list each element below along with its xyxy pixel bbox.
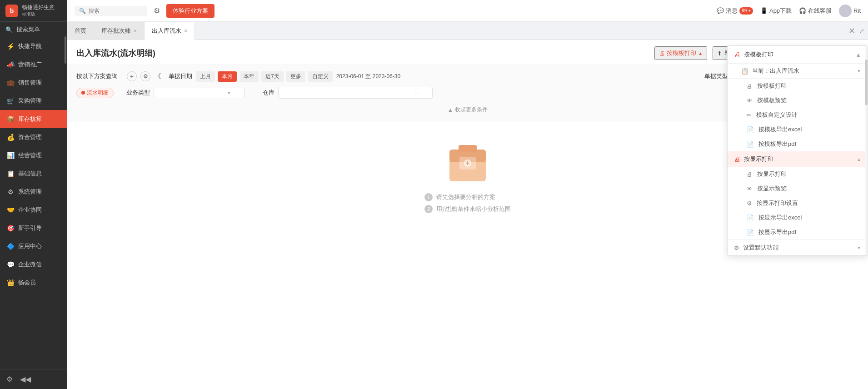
trial-button[interactable]: 体验行业方案: [166, 4, 215, 18]
dp-item-export-pdf-template[interactable]: 📄 按模板导出pdf: [728, 137, 868, 151]
chevron-up-icon: ▲: [448, 107, 453, 113]
sidebar-item-finance[interactable]: 💰 资金管理: [0, 128, 67, 146]
sidebar-item-label: 新手引导: [18, 224, 42, 232]
warehouse-more: ···: [415, 90, 419, 96]
business-type-label: 业务类型: [126, 89, 150, 97]
filter-label: 按以下方案查询: [76, 72, 118, 80]
tab-flow[interactable]: 出入库流水 ×: [145, 22, 195, 40]
date-btn-custom[interactable]: 自定义: [308, 71, 333, 82]
message-item[interactable]: 💬 消息 99 +: [717, 7, 753, 15]
sidebar-item-marketing[interactable]: 📣 营销推广: [0, 55, 67, 74]
filter-setting-button[interactable]: ⚙: [140, 71, 150, 81]
date-group: 上月 本月 本年 近7天 更多 自定义: [196, 71, 333, 82]
tab-batch-close[interactable]: ×: [134, 28, 137, 34]
page-title: 出入库流水(流水明细): [76, 48, 155, 59]
tab-flow-label: 出入库流水: [152, 27, 181, 35]
quick-nav-icon: ⚡: [6, 43, 15, 50]
printer-icon: 🖨: [747, 83, 753, 90]
user-name: Rit: [853, 7, 861, 14]
sidebar-item-operation[interactable]: 📊 经营管理: [0, 146, 67, 165]
warehouse-select[interactable]: ···: [278, 87, 433, 99]
dp-item-preview-display[interactable]: 👁 按显示预览: [728, 181, 868, 196]
sidebar-logo: b 畅捷通好生意 标准版: [0, 0, 67, 22]
date-btn-more[interactable]: 更多: [286, 71, 305, 82]
user-avatar: [839, 5, 852, 17]
sidebar-item-system[interactable]: ⚙ 系统管理: [0, 183, 67, 201]
set-default-caret-icon: ▼: [857, 245, 861, 250]
sidebar-item-label: 快捷导航: [18, 42, 42, 50]
headset-icon: 🎧: [799, 7, 806, 14]
sidebar-item-vip[interactable]: 👑 畅会员: [0, 274, 67, 292]
sidebar-item-wechat[interactable]: 💬 企业微信: [0, 255, 67, 274]
hint-2: 2 用[过滤]条件来缩小分析范围: [424, 205, 510, 213]
app-badge: 标准版: [22, 11, 55, 17]
dp-item-design-template[interactable]: ✏ 模板自定义设计: [728, 108, 868, 122]
search-menu-item[interactable]: 🔍 搜索菜单: [0, 22, 67, 37]
svg-rect-2: [459, 145, 477, 152]
date-btn-this-month[interactable]: 本月: [218, 71, 237, 82]
current-caret-icon: ▼: [857, 69, 861, 74]
dp-header: 🖨 按模板打印 ▲: [728, 46, 868, 64]
message-badge: 99 +: [739, 7, 753, 15]
excel2-icon: 📄: [747, 214, 754, 221]
business-type-caret-icon: ▼: [227, 90, 231, 95]
sidebar-item-basic[interactable]: 📋 基础信息: [0, 165, 67, 183]
sidebar-item-label: 基础信息: [18, 170, 42, 178]
tab-flow-close[interactable]: ×: [184, 28, 187, 34]
cooperation-icon: 🤝: [6, 206, 15, 214]
current-selection-label: 当前：出入库流水: [752, 67, 799, 75]
expand-window-icon[interactable]: ⤢: [859, 27, 864, 35]
dp-item-export-excel-template[interactable]: 📄 按模板导出excel: [728, 122, 868, 137]
online-service-label: 在线客服: [808, 7, 832, 15]
pdf-icon: 📄: [747, 141, 754, 148]
business-type-select[interactable]: ▼: [154, 88, 244, 98]
tab-batch[interactable]: 库存批次账 ×: [94, 22, 145, 40]
collapse-icon[interactable]: ◀◀: [20, 375, 31, 384]
sidebar-item-label: 营销推广: [18, 60, 42, 69]
date-btn-last-month[interactable]: 上月: [196, 71, 215, 82]
dp-item-print-template[interactable]: 🖨 按模板打印: [728, 79, 868, 93]
sidebar-item-cooperation[interactable]: 🤝 企业协同: [0, 201, 67, 219]
date-btn-this-year[interactable]: 本年: [239, 71, 259, 82]
search-input[interactable]: [89, 8, 143, 14]
filter-chip[interactable]: 流水明细: [76, 88, 114, 98]
close-window-icon[interactable]: ✕: [848, 26, 855, 36]
pdf2-icon: 📄: [747, 229, 754, 236]
dp-display-print-section[interactable]: 🖨 按显示打印 ▲: [728, 151, 868, 167]
tab-bar: 首页 库存批次账 × 出入库流水 × ✕ ⤢: [67, 22, 868, 40]
printer2-icon: 🖨: [747, 171, 753, 178]
settings-gear-icon[interactable]: ⚙: [154, 6, 160, 15]
operation-icon: 📊: [6, 152, 15, 159]
sidebar-item-inventory[interactable]: 📦 库存核算: [0, 110, 67, 128]
app-download-item[interactable]: 📱 App下载: [760, 7, 792, 15]
dp-scrollbar[interactable]: [865, 46, 868, 255]
sidebar-item-quick-nav[interactable]: ⚡ 快捷导航: [0, 37, 67, 55]
dp-item-print-settings-display[interactable]: ⚙ 按显示打印设置: [728, 196, 868, 210]
dp-item-preview-template[interactable]: 👁 按模板预览: [728, 93, 868, 108]
filter-add-button[interactable]: +: [127, 71, 137, 81]
doc-type-label: 单据类型: [704, 72, 728, 80]
dp-item-export-pdf-display[interactable]: 📄 按显示导出pdf: [728, 225, 868, 239]
guide-icon: 🎯: [6, 224, 15, 232]
filter-collapse-button[interactable]: 《: [154, 72, 161, 81]
print-template-button[interactable]: 🖨 按模板打印 ▲: [654, 46, 707, 60]
wechat-icon: 💬: [6, 261, 15, 268]
dp-chevron-up-icon[interactable]: ▲: [855, 51, 861, 58]
tab-home[interactable]: 首页: [67, 22, 94, 40]
settings-icon[interactable]: ⚙: [6, 375, 13, 384]
date-btn-7days[interactable]: 近7天: [261, 71, 284, 82]
dp-set-default[interactable]: ⚙ 设置默认功能 ▼: [728, 239, 868, 255]
online-service-item[interactable]: 🎧 在线客服: [799, 7, 832, 15]
app-name: 畅捷通好生意: [22, 4, 55, 11]
user-profile[interactable]: Rit: [839, 5, 861, 17]
settings3-icon: ⚙: [734, 244, 739, 251]
sidebar-item-apps[interactable]: 🔷 应用中心: [0, 237, 67, 255]
search-menu-label: 搜索菜单: [16, 25, 40, 34]
sidebar-item-sales[interactable]: 💼 销售管理: [0, 74, 67, 92]
sidebar-item-guide[interactable]: 🎯 新手引导: [0, 219, 67, 237]
topbar-search[interactable]: 🔍: [75, 6, 147, 16]
dp-item-export-excel-display[interactable]: 📄 按显示导出excel: [728, 210, 868, 225]
sidebar-item-purchase[interactable]: 🛒 采购管理: [0, 92, 67, 110]
dp-item-print-display[interactable]: 🖨 按显示打印: [728, 167, 868, 181]
sales-icon: 💼: [6, 79, 15, 86]
